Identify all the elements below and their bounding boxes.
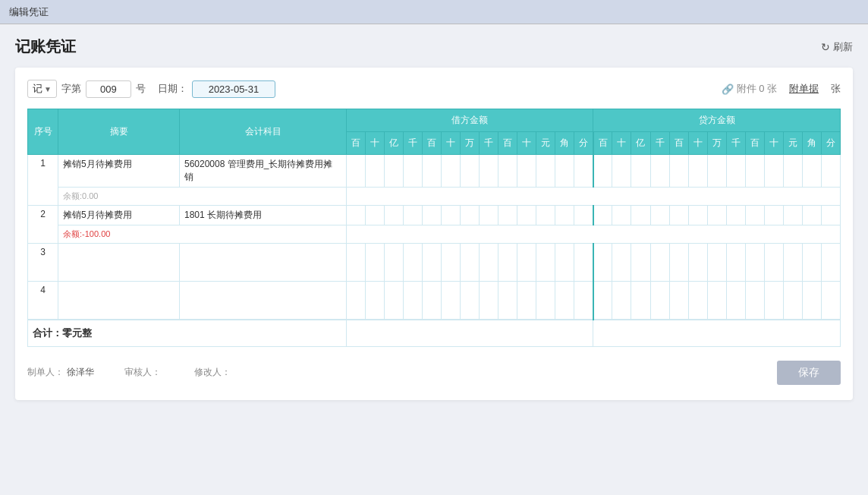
d1-5[interactable] [423,155,442,188]
row-account-2[interactable]: 1801 长期待摊费用 [180,206,347,225]
d3-1[interactable] [347,244,366,282]
refresh-button[interactable]: ↻ 刷新 [821,40,853,54]
d4-6[interactable] [442,282,461,320]
c2-7[interactable] [707,206,726,225]
c4-9[interactable] [745,282,764,320]
row-account-1[interactable]: 56020008 管理费用_长期待摊费用摊销 [180,155,347,188]
row-summary-4[interactable] [58,282,180,320]
c3-8[interactable] [726,244,745,282]
attach-single-button[interactable]: 附单据 [789,82,819,96]
c1-13[interactable] [821,155,840,188]
c2-11[interactable] [783,206,802,225]
c2-2[interactable] [612,206,631,225]
c4-6[interactable] [688,282,707,320]
c2-12[interactable] [802,206,821,225]
d3-2[interactable] [366,244,385,282]
d4-11[interactable] [536,282,555,320]
c4-3[interactable] [631,282,650,320]
c4-7[interactable] [707,282,726,320]
row-summary-1[interactable]: 摊销5月待摊费用 [58,155,180,188]
c3-11[interactable] [783,244,802,282]
d1-2[interactable] [366,155,385,188]
c1-10[interactable] [764,155,783,188]
d4-9[interactable] [498,282,517,320]
c2-9[interactable] [745,206,764,225]
c4-12[interactable] [802,282,821,320]
c4-11[interactable] [783,282,802,320]
c3-10[interactable] [764,244,783,282]
c1-1[interactable] [593,155,612,188]
c2-5[interactable] [669,206,688,225]
voucher-number-input[interactable] [86,80,131,98]
c1-6[interactable] [688,155,707,188]
c4-1[interactable] [593,282,612,320]
d4-1[interactable] [347,282,366,320]
d4-13[interactable] [574,282,593,320]
c1-3[interactable] [631,155,650,188]
c3-7[interactable] [707,244,726,282]
d1-6[interactable] [442,155,461,188]
c2-10[interactable] [764,206,783,225]
c3-1[interactable] [593,244,612,282]
c1-11[interactable] [783,155,802,188]
d1-13[interactable] [574,155,593,188]
d4-5[interactable] [423,282,442,320]
c2-4[interactable] [650,206,669,225]
c3-3[interactable] [631,244,650,282]
d3-3[interactable] [385,244,404,282]
voucher-type-dropdown[interactable]: 记 ▼ [27,80,57,98]
d2-6[interactable] [442,206,461,225]
d2-9[interactable] [498,206,517,225]
d3-10[interactable] [517,244,536,282]
d3-7[interactable] [461,244,480,282]
d3-13[interactable] [574,244,593,282]
d4-3[interactable] [385,282,404,320]
d2-7[interactable] [461,206,480,225]
c3-2[interactable] [612,244,631,282]
c4-2[interactable] [612,282,631,320]
d1-7[interactable] [461,155,480,188]
row-account-3[interactable] [180,244,347,282]
d2-3[interactable] [385,206,404,225]
d1-3[interactable] [385,155,404,188]
d4-7[interactable] [461,282,480,320]
row-summary-3[interactable] [58,244,180,282]
d2-4[interactable] [404,206,423,225]
c4-8[interactable] [726,282,745,320]
d1-8[interactable] [480,155,498,188]
c2-1[interactable] [593,206,612,225]
save-button[interactable]: 保存 [777,361,841,385]
d2-11[interactable] [536,206,555,225]
d1-9[interactable] [498,155,517,188]
d4-4[interactable] [404,282,423,320]
c2-3[interactable] [631,206,650,225]
c4-13[interactable] [821,282,840,320]
d2-2[interactable] [366,206,385,225]
d2-1[interactable] [347,206,366,225]
d4-8[interactable] [480,282,498,320]
d4-2[interactable] [366,282,385,320]
d3-5[interactable] [423,244,442,282]
c3-6[interactable] [688,244,707,282]
d2-8[interactable] [480,206,498,225]
d3-9[interactable] [498,244,517,282]
c2-8[interactable] [726,206,745,225]
c3-12[interactable] [802,244,821,282]
c1-8[interactable] [726,155,745,188]
row-account-4[interactable] [180,282,347,320]
d1-12[interactable] [555,155,574,188]
c4-10[interactable] [764,282,783,320]
c1-2[interactable] [612,155,631,188]
d1-1[interactable] [347,155,366,188]
d2-5[interactable] [423,206,442,225]
d3-6[interactable] [442,244,461,282]
d2-12[interactable] [555,206,574,225]
c3-9[interactable] [745,244,764,282]
c1-9[interactable] [745,155,764,188]
date-input[interactable] [192,80,275,98]
d3-4[interactable] [404,244,423,282]
d3-8[interactable] [480,244,498,282]
c1-4[interactable] [650,155,669,188]
c2-6[interactable] [688,206,707,225]
d3-11[interactable] [536,244,555,282]
